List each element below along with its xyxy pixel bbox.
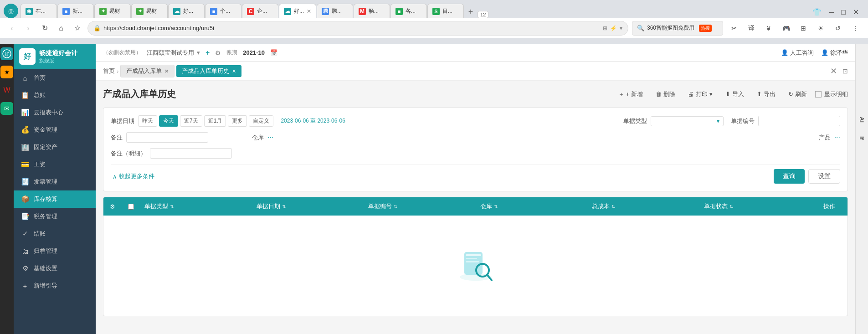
sidebar-item-settings[interactable]: ⚙ 基础设置 — [14, 260, 96, 277]
tab-5[interactable]: ☁ 好... — [168, 4, 205, 18]
product-dots-button[interactable]: ··· — [834, 134, 840, 142]
sidebar-item-ledger[interactable]: 📋 总账 — [14, 87, 96, 104]
remark-input[interactable] — [126, 132, 208, 143]
tab-9[interactable]: 腾 腾... — [317, 4, 353, 18]
select-all-checkbox[interactable] — [128, 204, 134, 210]
star-icon[interactable]: ★ — [0, 66, 13, 78]
refresh-button[interactable]: ↻ — [38, 22, 51, 35]
more-icon[interactable]: ⋮ — [848, 21, 863, 36]
sidebar-item-tax[interactable]: 📑 税务管理 — [14, 208, 96, 225]
detail-remark-input[interactable] — [150, 148, 232, 159]
yuan-icon[interactable]: ¥ — [761, 21, 776, 36]
th-bill-type[interactable]: 单据类型 ⇅ — [140, 202, 252, 211]
th-warehouse[interactable]: 仓库 ⇅ — [476, 202, 588, 211]
bill-type-select[interactable]: ▾ — [651, 116, 724, 126]
maximize-button[interactable]: □ — [839, 6, 847, 18]
date-btn-7days[interactable]: 近7天 — [180, 115, 202, 127]
sidebar-item-funds[interactable]: 💰 资金管理 — [14, 121, 96, 139]
grid-icon[interactable]: ⊞ — [796, 21, 811, 36]
add-button[interactable]: ＋ + 新增 — [614, 88, 647, 100]
address-menu-icon[interactable]: ⊞ — [603, 25, 607, 31]
tab-2[interactable]: ■ 新... — [57, 4, 94, 18]
translate-icon[interactable]: 译 — [744, 21, 759, 36]
tab-12[interactable]: S 目... — [427, 4, 464, 18]
print-button[interactable]: 🖨 打印 ▾ — [683, 88, 717, 100]
breadcrumb-home[interactable]: 首页 — [103, 67, 115, 75]
reset-button[interactable]: 设置 — [808, 169, 840, 184]
tab-bill-list-close[interactable]: ✕ — [164, 68, 169, 74]
print-dropdown-icon[interactable]: ▾ — [709, 91, 713, 98]
search-bar[interactable]: 🔍 360智能抠图免费用 热搜 — [632, 21, 723, 36]
tab-7[interactable]: C 企... — [242, 4, 278, 18]
tab-4[interactable]: ✦ 易财 — [131, 4, 168, 18]
bookmark-button[interactable]: ☆ — [71, 22, 84, 35]
collapse-button[interactable]: ∧ 收起更多条件 — [111, 170, 156, 182]
add-company-button[interactable]: + — [205, 49, 210, 57]
address-lightning-icon[interactable]: ⚡ — [610, 25, 617, 31]
th-bill-status[interactable]: 单据状态 ⇅ — [699, 202, 812, 211]
company-selector[interactable]: 江西颐宝测试专用 ▾ — [147, 49, 200, 57]
th-bill-number[interactable]: 单据编号 ⇅ — [364, 202, 476, 211]
email-icon[interactable]: ✉ — [0, 102, 13, 115]
game-icon[interactable]: 🎮 — [779, 21, 793, 36]
date-btn-more[interactable]: 更多 — [228, 115, 247, 127]
browser-logo[interactable]: ◎ — [4, 4, 18, 18]
tab-bill-history[interactable]: 产成品入库单历史 ✕ — [176, 65, 241, 77]
panel-expand-button[interactable]: ⊡ — [842, 67, 848, 75]
date-btn-1month[interactable]: 近1月 — [204, 115, 226, 127]
panel-close-button[interactable]: ✕ — [830, 66, 837, 76]
app-logo-icon[interactable]: 好 — [0, 47, 13, 60]
sidebar-item-reports[interactable]: 📊 云报表中心 — [14, 104, 96, 121]
close-button[interactable]: ✕ — [851, 6, 861, 18]
user-avatar[interactable]: 👤 徐泽华 — [821, 49, 848, 57]
tab-bill-history-close[interactable]: ✕ — [232, 68, 236, 74]
address-dropdown-icon[interactable]: ▾ — [620, 25, 622, 31]
refresh-page-button[interactable]: ↻ 刷新 — [784, 88, 812, 100]
sidebar-item-invoice[interactable]: 🧾 发票管理 — [14, 173, 96, 190]
sidebar-item-guide[interactable]: + 新增引导 — [14, 277, 96, 294]
company-dropdown-icon[interactable]: ▾ — [197, 49, 200, 56]
scissors-icon[interactable]: ✂ — [727, 21, 741, 36]
th-bill-date[interactable]: 单据日期 ⇅ — [252, 202, 364, 211]
ai-button[interactable]: Ai — [858, 117, 865, 123]
sidebar-item-home[interactable]: ⌂ 首页 — [14, 69, 96, 87]
date-btn-today[interactable]: 今天 — [159, 115, 178, 127]
warehouse-dots-button[interactable]: ··· — [267, 134, 273, 142]
tab-6[interactable]: ■ 个... — [205, 4, 241, 18]
export-button[interactable]: ⬆ 导出 — [752, 88, 780, 100]
sidebar-item-salary[interactable]: 💳 工资 — [14, 156, 96, 173]
tab-11[interactable]: ■ 各... — [390, 4, 427, 18]
sun-icon[interactable]: ☀ — [813, 21, 828, 36]
address-bar[interactable]: 🔒 https://cloud.chanjet.com/accounting/u… — [87, 21, 628, 36]
help-button[interactable]: 👤 人工咨询 — [781, 49, 814, 57]
show-detail-checkbox[interactable] — [815, 91, 822, 98]
sidebar-item-archive[interactable]: 🗂 归档管理 — [14, 242, 96, 260]
delete-button[interactable]: 🗑 删除 — [651, 88, 680, 100]
bill-number-input[interactable] — [758, 116, 840, 126]
tab-count[interactable]: 12 — [478, 11, 488, 18]
date-btn-custom[interactable]: 自定义 — [249, 115, 273, 127]
tab-10[interactable]: M 畅... — [354, 4, 390, 18]
settings-gear-button[interactable]: ⚙ — [215, 49, 221, 57]
th-gear[interactable]: ⚙ — [103, 203, 122, 210]
th-checkbox[interactable] — [122, 204, 140, 210]
sync-icon[interactable]: ↺ — [831, 21, 845, 36]
forward-button[interactable]: › — [22, 22, 35, 35]
calendar-icon[interactable]: 📅 — [270, 49, 277, 56]
back-button[interactable]: ‹ — [5, 22, 18, 35]
tab-8-close[interactable]: ✕ — [307, 8, 311, 15]
new-tab-button[interactable]: + — [464, 5, 477, 18]
sidebar-item-assets[interactable]: 🏢 固定资产 — [14, 139, 96, 156]
home-button[interactable]: ⌂ — [55, 22, 67, 35]
if-button[interactable]: If — [858, 136, 865, 140]
date-btn-yesterday[interactable]: 昨天 — [138, 115, 157, 127]
tab-3[interactable]: ✦ 易财 — [94, 4, 131, 18]
weibo-icon[interactable]: W — [0, 84, 13, 97]
tab-8[interactable]: ☁ 好... ✕ — [279, 4, 316, 18]
query-button[interactable]: 查询 — [774, 169, 805, 184]
tab-bill-list[interactable]: 产成品入库单 ✕ — [120, 65, 175, 77]
sidebar-item-close[interactable]: ✓ 结账 — [14, 225, 96, 242]
sidebar-item-inventory[interactable]: 📦 库存核算 — [14, 190, 96, 208]
import-button[interactable]: ⬇ 导入 — [721, 88, 749, 100]
shirt-icon[interactable]: 👕 — [811, 6, 823, 18]
